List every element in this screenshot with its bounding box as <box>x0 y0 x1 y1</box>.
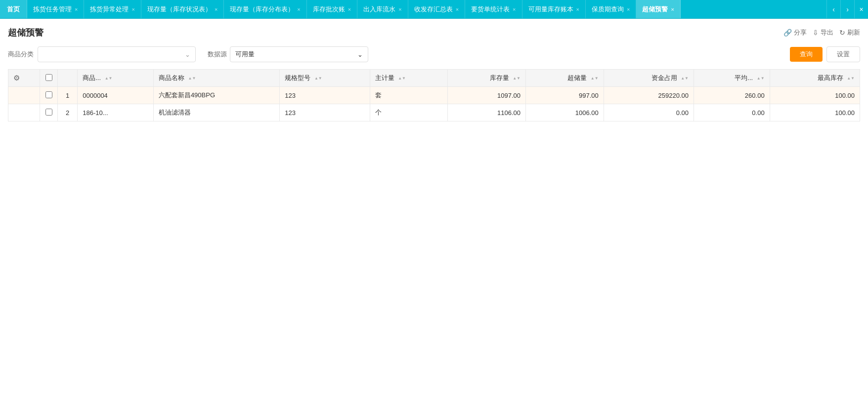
datasource-select[interactable]: 可用量 ⌄ <box>230 46 368 62</box>
th-spec[interactable]: 规格型号 ▲▼ <box>280 70 370 87</box>
page-container: 超储预警 🔗 分享 ⇩ 导出 ↻ 刷新 商品分类 ⌄ 数据源 <box>0 19 868 395</box>
filter-row: 商品分类 ⌄ 数据源 可用量 ⌄ 查询 设置 <box>8 46 860 62</box>
th-overstock[interactable]: 超储量 ▲▼ <box>525 70 604 87</box>
datasource-label: 数据源 <box>208 50 227 59</box>
nav-tab-tab-7[interactable]: 收发存汇总表× <box>408 0 465 18</box>
row-checkbox-cell[interactable] <box>40 104 58 121</box>
row-product-name: 六配套新昌490BPG <box>153 87 279 104</box>
tab-close-icon[interactable]: × <box>671 6 674 12</box>
row-unit: 套 <box>370 87 448 104</box>
th-product-code[interactable]: 商品... ▲▼ <box>78 70 154 87</box>
row-checkbox-cell[interactable] <box>40 87 58 104</box>
refresh-icon: ↻ <box>839 29 845 37</box>
nav-arrow-close[interactable]: × <box>854 0 868 19</box>
th-capital-label: 资金占用 <box>651 74 677 81</box>
tab-close-icon[interactable]: × <box>297 6 300 12</box>
nav-tab-tab-1[interactable]: 拣货任务管理× <box>27 0 84 18</box>
share-label: 分享 <box>794 28 807 37</box>
setting-button[interactable]: 设置 <box>826 46 860 62</box>
table-row: 1 0000004 六配套新昌490BPG 123 套 1097.00 997.… <box>8 87 860 104</box>
tab-close-icon[interactable]: × <box>348 6 351 12</box>
row-stock: 1097.00 <box>448 87 526 104</box>
th-product-name-label: 商品名称 <box>159 74 184 81</box>
refresh-action[interactable]: ↻ 刷新 <box>839 28 860 37</box>
nav-tab-tab-5[interactable]: 库存批次账× <box>307 0 357 18</box>
nav-tab-tab-3[interactable]: 现存量（库存状况表）× <box>141 0 224 18</box>
th-capital[interactable]: 资金占用 ▲▼ <box>604 70 694 87</box>
row-overstock: 997.00 <box>525 87 604 104</box>
sort-icon-unit: ▲▼ <box>398 76 406 80</box>
th-stock-label: 库存量 <box>490 74 509 81</box>
share-icon: 🔗 <box>783 29 792 37</box>
nav-arrows: ‹ › × <box>826 0 868 19</box>
tab-close-icon[interactable]: × <box>456 6 459 12</box>
th-product-name[interactable]: 商品名称 ▲▼ <box>153 70 279 87</box>
nav-home[interactable]: 首页 <box>0 0 27 18</box>
tab-label: 超储预警 <box>642 5 668 14</box>
sort-icon-product-name: ▲▼ <box>188 76 196 80</box>
nav-tab-tab-10[interactable]: 保质期查询× <box>586 0 636 18</box>
row-max-stock: 100.00 <box>770 104 860 121</box>
th-avg[interactable]: 平均... ▲▼ <box>694 70 770 87</box>
tab-close-icon[interactable]: × <box>576 6 579 12</box>
th-settings[interactable]: ⚙ <box>8 70 40 87</box>
category-label: 商品分类 <box>8 50 34 59</box>
sort-icon-stock: ▲▼ <box>513 76 521 80</box>
tab-close-icon[interactable]: × <box>513 6 516 12</box>
row-avg: 260.00 <box>694 87 770 104</box>
tab-close-icon[interactable]: × <box>215 6 217 12</box>
row-spec: 123 <box>280 104 370 121</box>
th-stock[interactable]: 库存量 ▲▼ <box>448 70 526 87</box>
row-capital: 0.00 <box>604 104 694 121</box>
row-product-code: 186-10... <box>78 104 154 121</box>
query-button[interactable]: 查询 <box>790 47 823 62</box>
tab-close-icon[interactable]: × <box>627 6 630 12</box>
share-action[interactable]: 🔗 分享 <box>783 28 807 37</box>
tab-label: 库存批次账 <box>313 5 345 14</box>
tab-close-icon[interactable]: × <box>75 6 78 12</box>
row-overstock: 1006.00 <box>525 104 604 121</box>
row-settings-cell <box>8 87 40 104</box>
export-icon: ⇩ <box>813 29 819 37</box>
nav-tab-tab-11[interactable]: 超储预警× <box>636 0 680 18</box>
sort-icon-spec: ▲▼ <box>314 76 322 80</box>
tab-label: 现存量（库存分布表） <box>230 5 294 14</box>
tab-close-icon[interactable]: × <box>398 6 401 12</box>
tab-label: 拣货任务管理 <box>33 5 72 14</box>
row-checkbox[interactable] <box>45 109 52 116</box>
th-max-stock[interactable]: 最高库存 ▲▼ <box>770 70 860 87</box>
table-row: 2 186-10... 机油滤清器 123 个 1106.00 1006.00 … <box>8 104 860 121</box>
sort-icon-capital: ▲▼ <box>681 76 689 80</box>
export-label: 导出 <box>821 28 833 37</box>
row-checkbox[interactable] <box>45 91 52 98</box>
tab-label: 保质期查询 <box>592 5 624 14</box>
tab-label: 现存量（库存状况表） <box>147 5 212 14</box>
nav-arrow-left[interactable]: ‹ <box>826 0 840 19</box>
category-arrow-icon: ⌄ <box>185 51 190 58</box>
select-all-checkbox[interactable] <box>45 74 52 81</box>
row-unit: 个 <box>370 104 448 121</box>
tab-close-icon[interactable]: × <box>131 6 134 12</box>
nav-tab-tab-4[interactable]: 现存量（库存分布表）× <box>224 0 306 18</box>
row-capital: 259220.00 <box>604 87 694 104</box>
table-body: 1 0000004 六配套新昌490BPG 123 套 1097.00 997.… <box>8 87 860 121</box>
page-header: 超储预警 🔗 分享 ⇩ 导出 ↻ 刷新 <box>8 27 860 39</box>
nav-tab-tab-9[interactable]: 可用量库存账本× <box>522 0 586 18</box>
th-avg-label: 平均... <box>735 74 753 81</box>
datasource-filter: 数据源 可用量 ⌄ <box>208 46 368 62</box>
row-stock: 1106.00 <box>448 104 526 121</box>
th-max-stock-label: 最高库存 <box>818 74 843 81</box>
nav-tab-tab-6[interactable]: 出入库流水× <box>357 0 408 18</box>
nav-arrow-right[interactable]: › <box>840 0 854 19</box>
export-action[interactable]: ⇩ 导出 <box>813 28 833 37</box>
category-select[interactable]: ⌄ <box>38 46 196 62</box>
settings-icon[interactable]: ⚙ <box>13 74 20 82</box>
nav-bar: 首页 拣货任务管理×拣货异常处理×现存量（库存状况表）×现存量（库存分布表）×库… <box>0 0 868 19</box>
row-avg: 0.00 <box>694 104 770 121</box>
datasource-value: 可用量 <box>235 50 255 59</box>
nav-tab-tab-2[interactable]: 拣货异常处理× <box>84 0 141 18</box>
th-unit[interactable]: 主计量 ▲▼ <box>370 70 448 87</box>
home-label: 首页 <box>7 5 20 14</box>
nav-tab-tab-8[interactable]: 要货单统计表× <box>465 0 522 18</box>
row-product-code: 0000004 <box>78 87 154 104</box>
